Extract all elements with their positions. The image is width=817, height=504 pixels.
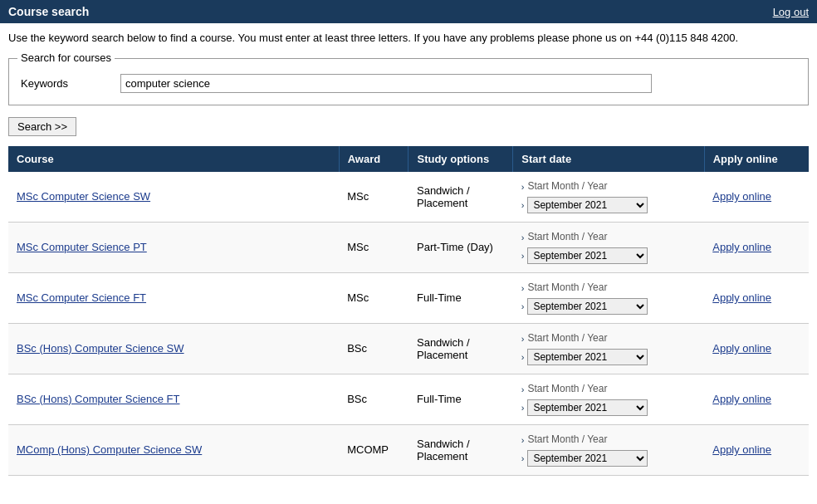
chevron-icon: › [521, 283, 525, 293]
start-month-year-label: Start Month / Year [527, 281, 607, 293]
chevron-icon: › [521, 301, 525, 311]
course-link[interactable]: MSc Computer Science FT [17, 291, 146, 304]
chevron-icon: › [521, 334, 525, 344]
apply-online-link[interactable]: Apply online [712, 342, 771, 355]
award-cell: MSc [339, 222, 408, 272]
col-header-award: Award [339, 146, 408, 172]
intro-text: Use the keyword search below to find a c… [0, 23, 817, 53]
results-table: Course Award Study options Start date Ap… [8, 146, 809, 476]
start-month-label-row: ›Start Month / Year [521, 383, 697, 396]
table-row: BSc (Hons) Computer Science SWBScSandwic… [8, 323, 809, 374]
course-link[interactable]: BSc (Hons) Computer Science SW [17, 342, 184, 355]
chevron-icon: › [521, 182, 525, 192]
study-options-cell: Sandwich / Placement [408, 323, 513, 374]
apply-online-link[interactable]: Apply online [712, 443, 771, 456]
course-link[interactable]: MSc Computer Science SW [17, 190, 150, 203]
start-month-year-label: Start Month / Year [527, 332, 607, 344]
start-month-label-row: ›Start Month / Year [521, 332, 697, 345]
start-month-label-row: ›Start Month / Year [521, 433, 697, 447]
table-row: MSc Computer Science FTMScFull-Time›Star… [8, 272, 809, 323]
start-date-cell: ›Start Month / Year›September 2021Januar… [513, 323, 705, 374]
course-link[interactable]: BSc (Hons) Computer Science FT [17, 393, 180, 405]
table-row: MComp (Hons) Computer Science SWMCOMPSan… [8, 424, 809, 475]
award-cell: BSc [339, 374, 408, 424]
chevron-icon: › [521, 384, 525, 394]
col-header-study: Study options [408, 146, 513, 172]
table-row: BSc (Hons) Computer Science FTBScFull-Ti… [8, 374, 809, 424]
chevron-icon: › [521, 251, 525, 261]
start-date-cell: ›Start Month / Year›September 2021Januar… [513, 424, 705, 475]
start-date-cell: ›Start Month / Year›September 2021Januar… [513, 374, 705, 424]
apply-online-link[interactable]: Apply online [712, 241, 771, 253]
keywords-input[interactable] [120, 74, 652, 93]
course-link[interactable]: MSc Computer Science PT [17, 241, 147, 253]
logout-link[interactable]: Log out [773, 6, 809, 18]
study-options-cell: Sandwich / Placement [408, 172, 513, 223]
search-for-courses-box: Search for courses Keywords [8, 58, 809, 105]
start-month-year-label: Start Month / Year [527, 433, 607, 445]
study-options-cell: Part-Time (Day) [408, 222, 513, 272]
chevron-icon: › [521, 403, 525, 413]
search-button[interactable]: Search >> [8, 117, 76, 136]
month-year-select[interactable]: September 2021January 2022September 2022 [527, 349, 648, 365]
study-options-cell: Full-Time [408, 374, 513, 424]
apply-online-cell: Apply online [704, 272, 809, 323]
page-title: Course search [8, 5, 89, 18]
col-header-start: Start date [513, 146, 705, 172]
month-year-select[interactable]: September 2021January 2022September 2022 [527, 247, 648, 264]
start-month-label-row: ›Start Month / Year [521, 281, 697, 295]
start-month-select-row: ›September 2021January 2022September 202… [521, 349, 697, 365]
start-month-label-row: ›Start Month / Year [521, 180, 697, 193]
search-button-area: Search >> [0, 110, 817, 143]
start-month-select-row: ›September 2021January 2022September 202… [521, 298, 697, 315]
start-month-label-row: ›Start Month / Year [521, 231, 697, 244]
start-month-year-label: Start Month / Year [527, 383, 607, 394]
apply-online-cell: Apply online [704, 172, 809, 223]
study-options-cell: Sandwich / Placement [408, 424, 513, 475]
start-date-cell: ›Start Month / Year›September 2021Januar… [513, 272, 705, 323]
start-date-cell: ›Start Month / Year›September 2021Januar… [513, 222, 705, 272]
apply-online-link[interactable]: Apply online [712, 190, 771, 203]
course-link[interactable]: MComp (Hons) Computer Science SW [17, 443, 202, 456]
chevron-icon: › [521, 200, 525, 210]
chevron-icon: › [521, 453, 525, 463]
apply-online-cell: Apply online [704, 323, 809, 374]
month-year-select[interactable]: September 2021January 2022September 2022 [527, 450, 648, 467]
col-header-apply: Apply online [704, 146, 809, 172]
chevron-icon: › [521, 352, 525, 362]
apply-online-cell: Apply online [704, 374, 809, 424]
study-options-cell: Full-Time [408, 272, 513, 323]
start-month-year-label: Start Month / Year [527, 180, 607, 192]
col-header-course: Course [8, 146, 339, 172]
table-header-row: Course Award Study options Start date Ap… [8, 146, 809, 172]
page-header: Course search Log out [0, 0, 817, 23]
table-row: MSc Computer Science PTMScPart-Time (Day… [8, 222, 809, 272]
start-month-select-row: ›September 2021January 2022September 202… [521, 247, 697, 264]
award-cell: BSc [339, 323, 408, 374]
month-year-select[interactable]: September 2021January 2022September 2022 [527, 399, 648, 416]
award-cell: MSc [339, 172, 408, 223]
start-month-select-row: ›September 2021January 2022September 202… [521, 399, 697, 416]
chevron-icon: › [521, 232, 525, 242]
chevron-icon: › [521, 435, 525, 445]
award-cell: MCOMP [339, 424, 408, 475]
search-legend: Search for courses [17, 51, 115, 64]
month-year-select[interactable]: September 2021January 2022September 2022 [527, 298, 648, 315]
start-month-select-row: ›September 2021January 2022September 202… [521, 197, 697, 213]
start-month-select-row: ›September 2021January 2022September 202… [521, 450, 697, 467]
apply-online-link[interactable]: Apply online [712, 291, 771, 304]
table-row: MSc Computer Science SWMScSandwich / Pla… [8, 172, 809, 223]
award-cell: MSc [339, 272, 408, 323]
start-month-year-label: Start Month / Year [527, 231, 607, 242]
month-year-select[interactable]: September 2021January 2022September 2022 [527, 197, 648, 213]
apply-online-link[interactable]: Apply online [712, 393, 771, 405]
apply-online-cell: Apply online [704, 424, 809, 475]
keywords-label: Keywords [21, 77, 120, 90]
start-date-cell: ›Start Month / Year›September 2021Januar… [513, 172, 705, 223]
keywords-row: Keywords [21, 74, 796, 93]
apply-online-cell: Apply online [704, 222, 809, 272]
